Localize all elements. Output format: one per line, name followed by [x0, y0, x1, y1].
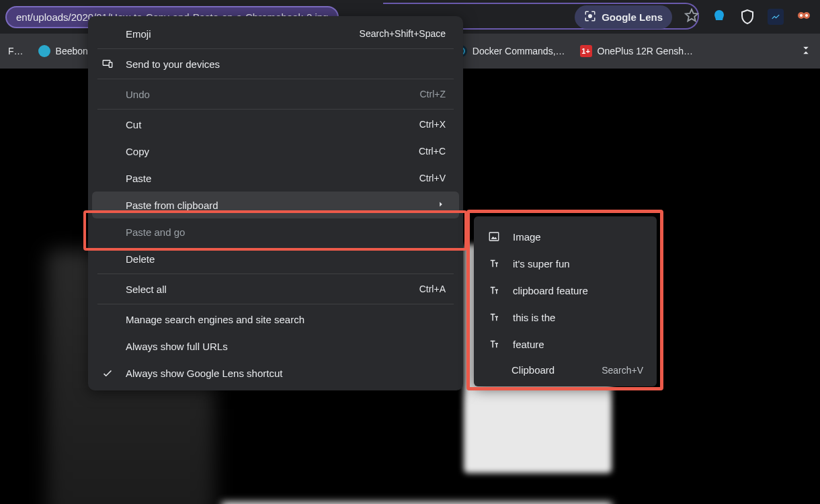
clipboard-item-label: feature: [513, 339, 643, 350]
bookmark-star-icon[interactable]: [684, 8, 699, 26]
text-icon: [487, 310, 501, 324]
bookmark-item[interactable]: 1+ OnePlus 12R Gensh…: [580, 45, 693, 57]
blank-icon: [100, 144, 115, 159]
clipboard-item-text[interactable]: this is the: [474, 304, 657, 331]
favicon-icon: [38, 45, 50, 57]
clipboard-item-label: Image: [513, 231, 643, 243]
menu-item-send-devices[interactable]: Send to your devices: [88, 50, 463, 77]
svg-point-3: [805, 14, 808, 17]
menu-label: Copy: [126, 146, 408, 157]
menu-shortcut: Ctrl+A: [419, 284, 446, 294]
bookmark-label: Docker Commands,…: [473, 46, 565, 56]
menu-item-select-all[interactable]: Select all Ctrl+A: [88, 276, 463, 302]
svg-rect-6: [489, 233, 499, 241]
favicon-icon: 1+: [580, 45, 592, 57]
lens-icon: [584, 10, 596, 24]
image-icon: [487, 230, 501, 243]
bookmark-item[interactable]: Docker Commands,…: [455, 45, 565, 57]
menu-item-copy[interactable]: Copy Ctrl+C: [88, 138, 463, 165]
menu-item-manage-search[interactable]: Manage search engines and site search: [88, 306, 463, 333]
omnibox-actions: Google Lens: [575, 4, 812, 30]
bookmark-label: OnePlus 12R Gensh…: [598, 46, 693, 56]
menu-shortcut: Search+Shift+Space: [360, 28, 446, 39]
svg-rect-5: [109, 62, 112, 68]
menu-shortcut: Ctrl+C: [419, 146, 446, 157]
menu-divider: [97, 109, 454, 110]
blank-icon: [100, 26, 115, 41]
menu-label: Always show full URLs: [126, 341, 446, 352]
bookmark-label: F…: [8, 46, 24, 56]
google-lens-button[interactable]: Google Lens: [575, 5, 672, 29]
blank-icon: [100, 224, 115, 239]
menu-label: Cut: [126, 119, 409, 130]
menu-label: Select all: [126, 284, 409, 295]
devices-icon: [100, 56, 115, 71]
clipboard-footer-label: Clipboard: [511, 364, 555, 376]
blank-icon: [100, 282, 115, 296]
menu-label: Undo: [126, 89, 409, 100]
menu-item-paste[interactable]: Paste Ctrl+V: [88, 165, 463, 192]
extension-icon-4[interactable]: [796, 9, 812, 25]
blank-icon: [100, 339, 115, 353]
menu-shortcut: Ctrl+Z: [420, 89, 446, 99]
menu-label: Manage search engines and site search: [126, 314, 446, 325]
menu-label: Paste: [126, 173, 409, 184]
menu-item-full-urls[interactable]: Always show full URLs: [88, 333, 463, 360]
text-icon: [487, 257, 501, 270]
menu-item-lens-shortcut[interactable]: Always show Google Lens shortcut: [88, 360, 463, 386]
menu-divider: [97, 304, 454, 304]
menu-divider: [97, 48, 454, 49]
menu-label: Paste from clipboard: [126, 200, 425, 211]
clipboard-item-text[interactable]: it's super fun: [474, 250, 657, 277]
context-menu: Emoji Search+Shift+Space Send to your de…: [88, 16, 463, 390]
blank-icon: [100, 312, 115, 327]
clipboard-footer[interactable]: Clipboard Search+V: [474, 358, 657, 380]
clipboard-item-label: clipboard feature: [513, 285, 643, 296]
menu-label: Paste and go: [126, 226, 446, 238]
blank-icon: [100, 171, 115, 185]
menu-item-paste-and-go: Paste and go: [88, 218, 463, 245]
blank-icon: [100, 198, 115, 212]
clipboard-item-label: this is the: [513, 312, 643, 323]
bookmarks-overflow-button[interactable]: [800, 44, 812, 58]
chevron-right-icon: [436, 200, 446, 211]
menu-label: Always show Google Lens shortcut: [126, 368, 446, 379]
menu-item-cut[interactable]: Cut Ctrl+X: [88, 111, 463, 138]
blank-icon: [100, 87, 115, 101]
check-icon: [100, 366, 115, 380]
svg-point-2: [800, 14, 803, 17]
clipboard-item-label: it's super fun: [513, 258, 643, 269]
blank-icon: [100, 117, 115, 132]
bookmark-item[interactable]: F…: [8, 46, 24, 56]
text-icon: [487, 284, 501, 297]
text-icon: [487, 337, 501, 351]
menu-divider: [97, 79, 454, 79]
lens-label: Google Lens: [602, 11, 663, 23]
menu-label: Send to your devices: [126, 58, 446, 70]
menu-divider: [97, 274, 454, 274]
blank-icon: [100, 251, 115, 266]
menu-shortcut: Ctrl+V: [419, 173, 446, 183]
menu-label: Emoji: [126, 28, 349, 40]
extension-icon-3[interactable]: [768, 9, 784, 25]
extension-icon-2[interactable]: [739, 9, 755, 25]
clipboard-footer-shortcut: Search+V: [602, 365, 643, 376]
menu-item-emoji[interactable]: Emoji Search+Shift+Space: [88, 20, 463, 47]
menu-shortcut: Ctrl+X: [419, 119, 446, 130]
menu-item-delete[interactable]: Delete: [88, 245, 463, 272]
clipboard-submenu: Image it's super fun clipboard feature t…: [474, 216, 657, 386]
menu-label: Delete: [126, 253, 446, 265]
clipboard-item-text[interactable]: feature: [474, 331, 657, 358]
clipboard-item-image[interactable]: Image: [474, 223, 657, 250]
menu-item-undo: Undo Ctrl+Z: [88, 81, 463, 108]
menu-item-paste-from-clipboard[interactable]: Paste from clipboard: [92, 192, 459, 218]
extension-icon-1[interactable]: [711, 9, 727, 25]
clipboard-item-text[interactable]: clipboard feature: [474, 277, 657, 304]
